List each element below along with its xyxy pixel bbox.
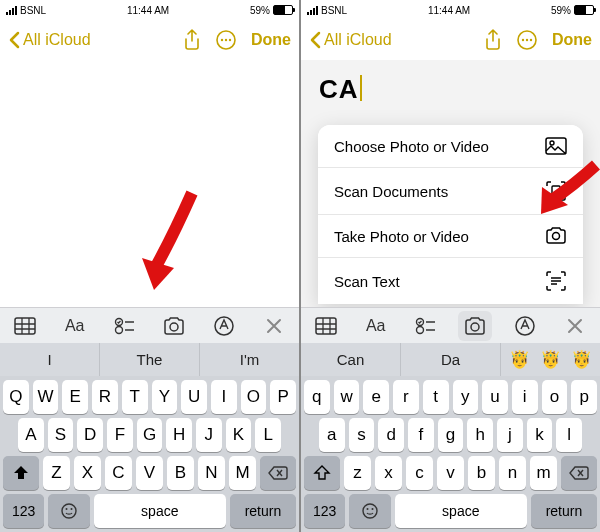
key[interactable]: k: [527, 418, 553, 452]
key[interactable]: R: [92, 380, 118, 414]
key[interactable]: j: [497, 418, 523, 452]
menu-scan-documents[interactable]: Scan Documents: [318, 168, 583, 215]
key[interactable]: w: [334, 380, 360, 414]
suggestion[interactable]: I: [0, 343, 100, 376]
share-icon[interactable]: [183, 29, 201, 51]
key[interactable]: M: [229, 456, 256, 490]
key[interactable]: t: [423, 380, 449, 414]
emoji[interactable]: 🤴: [540, 349, 561, 370]
checklist-icon[interactable]: [108, 311, 142, 341]
space-key[interactable]: space: [94, 494, 226, 528]
key[interactable]: E: [62, 380, 88, 414]
camera-icon[interactable]: [458, 311, 492, 341]
key[interactable]: F: [107, 418, 133, 452]
key[interactable]: H: [166, 418, 192, 452]
key[interactable]: f: [408, 418, 434, 452]
suggestion[interactable]: The: [100, 343, 200, 376]
key[interactable]: T: [122, 380, 148, 414]
key[interactable]: l: [556, 418, 582, 452]
menu-take-photo[interactable]: Take Photo or Video: [318, 215, 583, 258]
key[interactable]: p: [571, 380, 597, 414]
key[interactable]: b: [468, 456, 495, 490]
key[interactable]: N: [198, 456, 225, 490]
key[interactable]: n: [499, 456, 526, 490]
key[interactable]: B: [167, 456, 194, 490]
key[interactable]: u: [482, 380, 508, 414]
key[interactable]: d: [378, 418, 404, 452]
key[interactable]: o: [542, 380, 568, 414]
key[interactable]: c: [406, 456, 433, 490]
key[interactable]: S: [48, 418, 74, 452]
keyboard: Aa I The I'm Q W E R T Y U I O P A S D: [0, 307, 299, 532]
suggestion[interactable]: Can: [301, 343, 401, 376]
key[interactable]: X: [74, 456, 101, 490]
table-icon[interactable]: [8, 311, 42, 341]
emoji[interactable]: 🤴: [571, 349, 592, 370]
space-key[interactable]: space: [395, 494, 527, 528]
back-button[interactable]: All iCloud: [8, 31, 91, 49]
key[interactable]: J: [196, 418, 222, 452]
svg-point-1: [221, 39, 223, 41]
key[interactable]: e: [363, 380, 389, 414]
more-icon[interactable]: [516, 29, 538, 51]
back-button[interactable]: All iCloud: [309, 31, 392, 49]
emoji[interactable]: 🤴: [509, 349, 530, 370]
share-icon[interactable]: [484, 29, 502, 51]
emoji-suggestions[interactable]: 🤴 🤴 🤴: [501, 343, 600, 376]
key[interactable]: v: [437, 456, 464, 490]
suggestion[interactable]: Da: [401, 343, 501, 376]
markup-icon[interactable]: [508, 311, 542, 341]
key[interactable]: K: [226, 418, 252, 452]
key[interactable]: a: [319, 418, 345, 452]
key[interactable]: Y: [152, 380, 178, 414]
done-button[interactable]: Done: [251, 31, 291, 49]
key[interactable]: h: [467, 418, 493, 452]
key[interactable]: D: [77, 418, 103, 452]
key[interactable]: r: [393, 380, 419, 414]
key[interactable]: s: [349, 418, 375, 452]
key[interactable]: z: [344, 456, 371, 490]
shift-key[interactable]: [3, 456, 39, 490]
key[interactable]: m: [530, 456, 557, 490]
key[interactable]: O: [241, 380, 267, 414]
menu-choose-photo[interactable]: Choose Photo or Video: [318, 125, 583, 168]
key[interactable]: W: [33, 380, 59, 414]
key[interactable]: A: [18, 418, 44, 452]
markup-icon[interactable]: [207, 311, 241, 341]
key[interactable]: I: [211, 380, 237, 414]
key[interactable]: V: [136, 456, 163, 490]
suggestion[interactable]: I'm: [200, 343, 299, 376]
key[interactable]: Z: [43, 456, 70, 490]
numbers-key[interactable]: 123: [304, 494, 345, 528]
more-icon[interactable]: [215, 29, 237, 51]
checklist-icon[interactable]: [409, 311, 443, 341]
table-icon[interactable]: [309, 311, 343, 341]
key[interactable]: x: [375, 456, 402, 490]
note-body[interactable]: [0, 60, 299, 307]
backspace-key[interactable]: [561, 456, 597, 490]
key[interactable]: Q: [3, 380, 29, 414]
key[interactable]: U: [181, 380, 207, 414]
key[interactable]: C: [105, 456, 132, 490]
key[interactable]: q: [304, 380, 330, 414]
return-key[interactable]: return: [531, 494, 597, 528]
text-format-icon[interactable]: Aa: [58, 311, 92, 341]
close-icon[interactable]: [257, 311, 291, 341]
key[interactable]: i: [512, 380, 538, 414]
menu-scan-text[interactable]: Scan Text: [318, 258, 583, 304]
key[interactable]: G: [137, 418, 163, 452]
return-key[interactable]: return: [230, 494, 296, 528]
camera-icon[interactable]: [157, 311, 191, 341]
close-icon[interactable]: [558, 311, 592, 341]
key[interactable]: g: [438, 418, 464, 452]
key[interactable]: L: [255, 418, 281, 452]
emoji-key[interactable]: [349, 494, 390, 528]
shift-key[interactable]: [304, 456, 340, 490]
backspace-key[interactable]: [260, 456, 296, 490]
numbers-key[interactable]: 123: [3, 494, 44, 528]
done-button[interactable]: Done: [552, 31, 592, 49]
key[interactable]: y: [453, 380, 479, 414]
text-format-icon[interactable]: Aa: [359, 311, 393, 341]
key[interactable]: P: [270, 380, 296, 414]
emoji-key[interactable]: [48, 494, 89, 528]
